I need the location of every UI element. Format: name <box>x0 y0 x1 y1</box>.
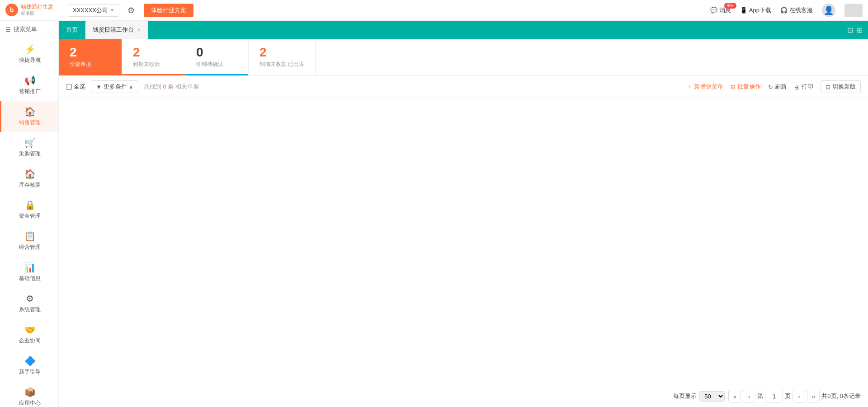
pagination: 每页显示 50 10 20 100 « ‹ 第 页 › » 共 <box>59 385 868 407</box>
message-badge: 99 <box>724 3 736 9</box>
stat-underline-overdue <box>122 74 185 75</box>
plus-icon: ＋ <box>686 83 692 91</box>
system-icon: ⚙ <box>26 293 34 304</box>
sidebar-label-guide: 新手引导 <box>19 368 41 376</box>
user-menu[interactable] <box>844 4 863 17</box>
stat-num-overdue: 2 <box>133 46 174 59</box>
stat-card-overdue[interactable]: 2 到期未收款 <box>122 39 185 75</box>
stat-num-all: 2 <box>70 46 111 59</box>
batch-operation-button[interactable]: ⊞ 批量操作 <box>731 83 761 91</box>
select-all-label: 全选 <box>74 83 85 91</box>
sidebar-item-system[interactable]: ⚙ 系统管理 <box>0 288 58 319</box>
next-page-button[interactable]: › <box>793 390 805 402</box>
sidebar-label-apps: 应用中心 <box>19 399 41 407</box>
message-action[interactable]: 💬 消息 99 <box>710 6 731 14</box>
search-menu-label: 搜索菜单 <box>14 25 37 33</box>
header-right: 💬 消息 99 📱 App下载 🎧 在线客服 👤 <box>710 4 863 17</box>
select-all-checkbox[interactable]: 全选 <box>66 83 85 91</box>
sidebar-item-guide[interactable]: 🔷 新手引导 <box>0 350 58 381</box>
prev-page-button[interactable]: ‹ <box>743 390 755 402</box>
filter-label: 更多条件 <box>104 83 127 91</box>
sidebar-label-system: 系统管理 <box>19 306 41 313</box>
tab-cash-flow[interactable]: 钱货日清工作台 × <box>85 21 148 39</box>
stat-label-overdue: 到期未收款 <box>133 61 174 68</box>
tab-home-label: 首页 <box>66 26 78 34</box>
sidebar-item-finance[interactable]: 🔒 资金管理 <box>0 194 58 225</box>
tab-home[interactable]: 首页 <box>59 21 85 39</box>
stat-label-overdue-shipped: 到期未收款 已出库 <box>259 61 304 68</box>
page-suffix: 页 <box>785 392 791 400</box>
empty-state <box>59 98 868 385</box>
sidebar-label-operations: 经营管理 <box>19 243 41 251</box>
sales-icon: 🏠 <box>24 106 36 117</box>
per-page-label: 每页显示 <box>673 392 697 400</box>
tab-maximize-button[interactable]: ⊞ <box>857 26 863 34</box>
logo-area: b 畅捷通好生意 标准版 <box>5 4 64 16</box>
sidebar-label-cooperation: 企业协同 <box>19 337 41 345</box>
sidebar-item-operations[interactable]: 📋 经营管理 <box>0 225 58 257</box>
filter-button[interactable]: ▼ 更多条件 ∨ <box>91 80 138 93</box>
apps-icon: 📦 <box>24 387 36 398</box>
online-service-action[interactable]: 🎧 在线客服 <box>780 6 813 14</box>
main-content: 首页 钱货日清工作台 × ⊡ ⊞ 2 全部单据 2 到期未收款 <box>59 21 868 407</box>
sidebar-item-basic-info[interactable]: 📊 基础信息 <box>0 257 58 288</box>
settings-icon[interactable]: ⚙ <box>124 3 138 18</box>
message-icon: 💬 <box>710 7 717 14</box>
checkbox-input[interactable] <box>66 84 72 90</box>
stat-num-overdue-shipped: 2 <box>259 46 304 59</box>
refresh-icon: ↻ <box>768 84 773 90</box>
print-label: 打印 <box>802 83 813 91</box>
found-count: 共找到 0 条 相关单据 <box>144 83 199 91</box>
close-icon[interactable]: × <box>137 27 141 33</box>
online-service-label: 在线客服 <box>789 6 813 14</box>
switch-label: 切换新版 <box>832 83 856 91</box>
stat-card-overdue-shipped[interactable]: 2 到期未收款 已出库 <box>249 39 316 75</box>
cooperation-icon: 🤝 <box>24 324 36 335</box>
purchase-icon: 🛒 <box>24 137 36 148</box>
quick-nav-icon: ⚡ <box>24 44 36 55</box>
sidebar-label-marketing: 营销推广 <box>19 88 41 95</box>
stat-underline-pending <box>185 74 248 75</box>
stat-card-pending[interactable]: 0 旺铺待确认 <box>185 39 249 75</box>
company-selector[interactable]: XXXXXX公司 ▼ <box>68 4 119 17</box>
app-download-action[interactable]: 📱 App下载 <box>740 6 771 14</box>
toolbar: 全选 ▼ 更多条件 ∨ 共找到 0 条 相关单据 ＋ 新增销货单 <box>59 76 868 98</box>
add-sales-order-button[interactable]: ＋ 新增销货单 <box>686 83 723 91</box>
trial-button[interactable]: 体验行业方案 <box>144 4 193 17</box>
sidebar-item-purchase[interactable]: 🛒 采购管理 <box>0 132 58 163</box>
batch-icon: ⊞ <box>731 84 736 90</box>
refresh-button[interactable]: ↻ 刷新 <box>768 83 787 91</box>
service-icon: 🎧 <box>780 7 788 14</box>
switch-version-button[interactable]: ⊡ 切换新版 <box>821 80 861 93</box>
sidebar-label-sales: 销售管理 <box>19 119 41 126</box>
add-label: 新增销货单 <box>694 83 723 91</box>
stat-label-pending: 旺铺待确认 <box>196 61 237 68</box>
sidebar-item-quick-nav[interactable]: ⚡ 快捷导航 <box>0 38 58 70</box>
page-number-input[interactable] <box>765 390 783 402</box>
logo-icon: b <box>5 4 18 16</box>
sidebar-search[interactable]: ☰ 搜索菜单 <box>0 21 58 38</box>
sidebar-item-sales[interactable]: 🏠 销售管理 <box>0 101 58 132</box>
refresh-label: 刷新 <box>775 83 787 91</box>
sidebar-item-apps[interactable]: 📦 应用中心 <box>0 381 58 407</box>
app-body: ☰ 搜索菜单 ⚡ 快捷导航 📢 营销推广 🏠 销售管理 🛒 采购管理 🏠 库存核… <box>0 21 868 407</box>
download-icon: 📱 <box>740 7 747 14</box>
print-button[interactable]: 🖨 打印 <box>794 83 813 91</box>
sidebar-item-cooperation[interactable]: 🤝 企业协同 <box>0 319 58 350</box>
first-page-button[interactable]: « <box>728 390 741 402</box>
switch-icon: ⊡ <box>826 84 830 90</box>
sidebar-item-marketing[interactable]: 📢 营销推广 <box>0 70 58 101</box>
print-icon: 🖨 <box>794 84 800 90</box>
avatar[interactable]: 👤 <box>822 4 835 17</box>
search-icon: ☰ <box>5 26 11 33</box>
last-page-button[interactable]: » <box>807 390 820 402</box>
inventory-icon: 🏠 <box>24 168 36 179</box>
tab-minimize-button[interactable]: ⊡ <box>847 26 853 34</box>
per-page-select[interactable]: 50 10 20 100 <box>699 391 725 402</box>
tab-cash-flow-label: 钱货日清工作台 <box>93 26 134 34</box>
stat-num-pending: 0 <box>196 46 237 59</box>
stats-row: 2 全部单据 2 到期未收款 0 旺铺待确认 2 到期未收款 已出库 <box>59 39 868 76</box>
sidebar-item-inventory[interactable]: 🏠 库存核算 <box>0 163 58 194</box>
stat-card-all[interactable]: 2 全部单据 <box>59 39 122 75</box>
table-area <box>59 98 868 385</box>
